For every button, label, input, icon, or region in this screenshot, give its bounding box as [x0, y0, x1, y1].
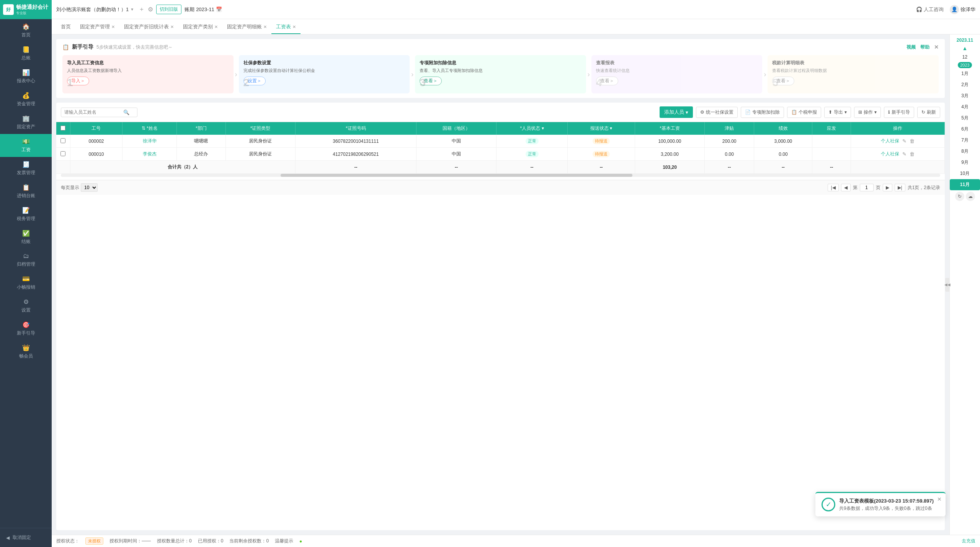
- new-guide-button[interactable]: ℹ 新手引导: [884, 107, 914, 118]
- calendar-month-1[interactable]: 1月: [950, 68, 980, 79]
- add-person-button[interactable]: 添加人员 ▾: [660, 106, 693, 118]
- row2-action: 个人社保 ✎ 🗑: [851, 148, 945, 161]
- calendar-month-2[interactable]: 2月: [950, 79, 980, 90]
- calendar-month-5[interactable]: 5月: [950, 113, 980, 124]
- tab-fixed-assets[interactable]: 固定资产管理 ✕: [75, 20, 119, 34]
- content-area: 📋 新手引导 5步快速完成设置，快去完善信息吧～ 视频 帮助 ✕ 导入员工工资信…: [52, 34, 980, 535]
- sidebar-item-ledger[interactable]: 📒 总账: [0, 42, 52, 65]
- calendar-up-icon[interactable]: ▲: [962, 44, 969, 52]
- row1-checkbox[interactable]: [60, 138, 65, 143]
- scrollbar-thumb[interactable]: [281, 174, 632, 177]
- social-insurance-button[interactable]: ⚙ 统一社保设置: [696, 107, 738, 118]
- header-checkbox-cell[interactable]: [56, 122, 70, 135]
- row1-name[interactable]: 徐泽华: [122, 135, 176, 148]
- sidebar-item-settings[interactable]: ⚙ 设置: [0, 294, 52, 317]
- calendar-icon[interactable]: 📅: [216, 7, 222, 12]
- tab-asset-types[interactable]: 固定资产类别 ✕: [178, 20, 222, 34]
- calendar-month-7[interactable]: 7月: [950, 135, 980, 146]
- calendar-month-12[interactable]: 12: [950, 52, 980, 62]
- rp-sync-icon[interactable]: ↻: [955, 192, 964, 201]
- sidebar-item-accounting[interactable]: ✅ 结账: [0, 226, 52, 249]
- sidebar-item-label: 设置: [21, 307, 31, 314]
- row1-edit-icon[interactable]: ✎: [902, 138, 906, 144]
- tab-asset-detail[interactable]: 固定资产明细账 ✕: [222, 20, 271, 34]
- operations-button[interactable]: ⊞ 操作 ▾: [854, 107, 881, 118]
- export-button[interactable]: ⬆ 导出 ▾: [824, 107, 851, 118]
- calendar-month-8[interactable]: 8月: [950, 146, 980, 157]
- account-selector[interactable]: 刘小艳演示账套（勿删勿动！）1 ▼: [56, 6, 134, 13]
- search-input[interactable]: [64, 109, 122, 115]
- add-account-icon[interactable]: ＋: [139, 5, 145, 13]
- sidebar-item-salary[interactable]: 💵 工资: [0, 134, 52, 157]
- refresh-button[interactable]: ↻ 刷新: [917, 107, 940, 118]
- row1-checkbox-cell[interactable]: [56, 135, 70, 148]
- col-name[interactable]: ⇅ *姓名: [122, 122, 176, 135]
- row1-action-link[interactable]: 个人社保: [881, 138, 899, 144]
- right-panel-toggle[interactable]: ◀◀: [945, 278, 950, 292]
- row2-action-link[interactable]: 个人社保: [881, 151, 899, 157]
- add-person-arrow-icon: ▾: [686, 109, 688, 115]
- row2-edit-icon[interactable]: ✎: [902, 151, 906, 157]
- first-page-button[interactable]: |◀: [828, 184, 838, 191]
- switch-version-button[interactable]: 切到旧版: [156, 5, 181, 14]
- sidebar-item-archive[interactable]: 🗂 归档管理: [0, 249, 52, 271]
- row2-checkbox-cell[interactable]: [56, 148, 70, 161]
- guide-step-1: 导入员工工资信息 人员信息及工资数据新增导入 1 导入＞: [62, 55, 234, 93]
- calendar-month-6[interactable]: 6月: [950, 124, 980, 135]
- tab-home[interactable]: 首页: [56, 20, 75, 34]
- sidebar-item-member[interactable]: 👑 畅会员: [0, 340, 52, 363]
- calendar-month-4[interactable]: 4月: [950, 101, 980, 113]
- personal-tax-button[interactable]: 📋 个税申报: [787, 107, 821, 118]
- rp-cloud-icon[interactable]: ☁: [966, 192, 975, 201]
- sidebar-item-guide[interactable]: 🎯 新手引导: [0, 317, 52, 340]
- service-button[interactable]: 🎧 人工咨询: [916, 6, 944, 13]
- sidebar-item-reports[interactable]: 📊 报表中心: [0, 65, 52, 88]
- tab-salary-close-icon[interactable]: ✕: [292, 24, 296, 29]
- salary-icon: 💵: [22, 138, 30, 145]
- table-section: 🔍 添加人员 ▾ ⚙ 统一社保设置 📄 专项附加扣除: [56, 103, 945, 530]
- recharge-link[interactable]: 去充值: [962, 538, 975, 544]
- sidebar-item-invoice[interactable]: 🧾 发票管理: [0, 157, 52, 180]
- user-menu[interactable]: 👤 徐泽华: [950, 5, 975, 14]
- per-page-dropdown[interactable]: 10 20 50: [81, 183, 98, 192]
- last-page-button[interactable]: ▶|: [895, 184, 905, 191]
- sidebar-item-home[interactable]: 🏠 首页: [0, 19, 52, 42]
- row2-delete-icon[interactable]: 🗑: [910, 151, 915, 157]
- special-deduction-button[interactable]: 📄 专项附加扣除: [741, 107, 784, 118]
- row2-name[interactable]: 李俊杰: [122, 148, 176, 161]
- video-link[interactable]: 视频: [906, 44, 916, 51]
- col-status[interactable]: *人员状态 ▾: [496, 122, 567, 135]
- col-report-status[interactable]: 报送状态 ▾: [568, 122, 635, 135]
- horizontal-scrollbar[interactable]: [61, 174, 940, 177]
- toast-close-button[interactable]: ✕: [937, 496, 942, 502]
- sidebar-item-tax[interactable]: 📝 税务管理: [0, 203, 52, 226]
- tab-fixed-assets-close-icon[interactable]: ✕: [111, 24, 115, 29]
- tab-asset-detail-close-icon[interactable]: ✕: [263, 24, 267, 29]
- app-name: 畅捷通好会计: [16, 4, 48, 11]
- row1-delete-icon[interactable]: 🗑: [910, 138, 915, 144]
- sidebar-item-fixed-assets[interactable]: 🏢 固定资产: [0, 111, 52, 134]
- personal-tax-icon: 📋: [791, 109, 797, 115]
- tab-depreciation[interactable]: 固定资产折旧统计表 ✕: [119, 20, 178, 34]
- guide-close-button[interactable]: ✕: [934, 44, 939, 50]
- calendar-month-10[interactable]: 10月: [950, 168, 980, 179]
- sidebar-item-expense[interactable]: 💳 小畅报销: [0, 271, 52, 294]
- help-link[interactable]: 帮助: [920, 44, 929, 51]
- sidebar-item-purchase-sale[interactable]: 📋 进销台账: [0, 180, 52, 203]
- search-input-wrap[interactable]: 🔍: [61, 108, 137, 117]
- next-page-button[interactable]: ▶: [883, 184, 892, 191]
- row2-checkbox[interactable]: [60, 151, 65, 156]
- unpin-button[interactable]: ◀ 取消固定: [0, 531, 52, 544]
- tab-asset-types-close-icon[interactable]: ✕: [214, 24, 218, 29]
- calendar-month-3[interactable]: 3月: [950, 90, 980, 101]
- select-all-checkbox[interactable]: [60, 126, 65, 131]
- calendar-month-11[interactable]: 11月: [950, 179, 980, 190]
- sidebar-item-funds[interactable]: 💰 资金管理: [0, 88, 52, 111]
- per-page-select[interactable]: 每页显示 10 20 50: [61, 183, 98, 192]
- settings-gear-icon[interactable]: ⚙: [148, 6, 153, 13]
- calendar-month-9[interactable]: 9月: [950, 157, 980, 168]
- tab-depreciation-close-icon[interactable]: ✕: [170, 24, 174, 29]
- tab-salary[interactable]: 工资表 ✕: [271, 20, 301, 34]
- page-input[interactable]: [860, 184, 874, 191]
- prev-page-button[interactable]: ◀: [841, 184, 851, 191]
